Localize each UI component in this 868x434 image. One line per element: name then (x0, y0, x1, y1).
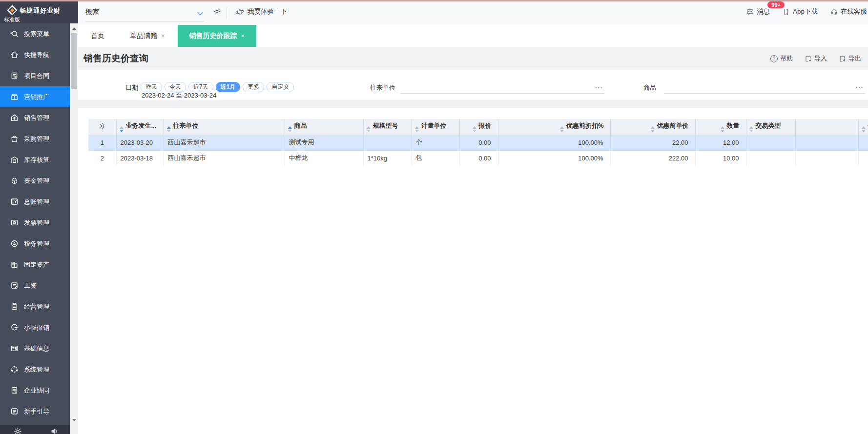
sidebar-item-search-menu[interactable]: 搜索菜单 (0, 23, 70, 44)
sidebar-item-tax[interactable]: 税务管理 (0, 233, 70, 254)
column-header-partner[interactable]: 往来单位 (164, 119, 285, 135)
column-settings-header[interactable] (88, 119, 116, 135)
cell-partner: 西山嘉禾超市 (164, 150, 285, 166)
sidebar-item-payroll[interactable]: 工资 (0, 275, 70, 296)
sidebar-item-marketing[interactable]: 营销推广 (0, 86, 70, 107)
import-icon (805, 55, 812, 62)
product-input[interactable]: ··· (664, 83, 865, 94)
sidebar-item-quick-nav[interactable]: 快捷导航 (0, 44, 70, 65)
sort-icon[interactable] (167, 126, 171, 132)
table-row[interactable]: 1 2023-03-20 西山嘉禾超市 测试专用 个 0.00 100.00% … (88, 135, 868, 150)
system-icon (10, 365, 19, 374)
sidebar-item-fixed-assets[interactable]: 固定资产 (0, 254, 70, 275)
table-gear-icon (99, 122, 106, 130)
tab-home[interactable]: 首页 (78, 25, 117, 47)
sort-icon[interactable] (651, 126, 655, 132)
help-button[interactable]: ? 帮助 (770, 54, 793, 63)
date-option-last7days[interactable]: 近7天 (188, 82, 213, 92)
scroll-up-button[interactable] (70, 24, 78, 33)
sidebar-item-label: 采购管理 (24, 135, 49, 143)
export-button[interactable]: 导出 (839, 54, 861, 63)
sort-icon[interactable] (749, 126, 753, 132)
workspace-select[interactable]: 搬家 (85, 8, 204, 21)
brand-icon (7, 5, 18, 16)
date-option-last1month[interactable]: 近1月 (216, 82, 241, 92)
tab-close-icon[interactable]: × (161, 32, 165, 39)
product-more-icon[interactable]: ··· (856, 84, 864, 91)
date-option-yesterday[interactable]: 昨天 (141, 82, 162, 92)
date-option-more[interactable]: 更多 (243, 82, 264, 92)
cell-quote: 0.00 (459, 135, 498, 150)
sort-icon[interactable] (473, 126, 476, 132)
column-header-pre-discount-price[interactable]: 优惠前单价 (610, 119, 695, 135)
headset-icon (830, 8, 838, 16)
table-header-row: 业务发生... 往来单位 商品 规格型号 计量单位 报价 优惠前折扣% 优惠前单… (88, 119, 868, 135)
partner-input[interactable]: ··· (400, 83, 604, 94)
messages-button[interactable]: 消息 99+ (746, 7, 770, 16)
sidebar-item-label: 新手引导 (24, 407, 49, 416)
scrollbar-thumb[interactable] (71, 33, 77, 89)
cell-product: 测试专用 (285, 135, 363, 150)
date-option-custom[interactable]: 自定义 (267, 82, 294, 92)
app-edition: 标准版 (4, 16, 20, 23)
sidebar-item-funds[interactable]: 资金管理 (0, 170, 70, 191)
sidebar-item-system[interactable]: 系统管理 (0, 359, 70, 380)
support-button[interactable]: 在线客服 (830, 7, 867, 16)
settings-gear-icon[interactable] (14, 427, 22, 434)
sidebar-item-label: 发票管理 (24, 218, 49, 227)
sort-icon[interactable] (288, 126, 292, 132)
sidebar-scrollbar[interactable] (70, 23, 78, 434)
date-quick-options: 昨天 今天 近7天 近1月 更多 自定义 (141, 82, 294, 92)
sort-icon[interactable] (862, 126, 866, 132)
column-header-discount[interactable]: 优惠前折扣% (498, 119, 610, 135)
sidebar-item-general-ledger[interactable]: 总账管理 (0, 191, 70, 212)
sidebar-item-label: 基础信息 (24, 344, 49, 353)
column-header-quote[interactable]: 报价 (459, 119, 498, 135)
sidebar-item-reimburse[interactable]: 小畅报销 (0, 317, 70, 338)
column-header-quantity[interactable]: 数量 (695, 119, 746, 135)
import-button[interactable]: 导入 (805, 54, 827, 63)
tab-close-icon[interactable]: × (241, 32, 245, 39)
column-header-transaction-type[interactable]: 交易类型 (746, 119, 795, 135)
arrow-down-icon (72, 419, 76, 421)
column-header-biz-date[interactable]: 业务发生... (116, 119, 164, 135)
sidebar-item-inventory[interactable]: 库存核算 (0, 149, 70, 170)
sidebar-item-purchase[interactable]: 采购管理 (0, 128, 70, 149)
sidebar-item-project-contract[interactable]: 项目合同 (0, 65, 70, 86)
topbar-actions: 消息 99+ App下载 在线客服 (746, 7, 867, 16)
scroll-down-button[interactable] (70, 416, 78, 424)
table-row[interactable]: 2 2023-03-18 西山嘉禾超市 中桦龙 1*10kg 包 0.00 10… (88, 150, 868, 166)
sidebar-item-newbie-guide[interactable]: 新手引导 (0, 401, 70, 422)
workspace-gear-icon[interactable] (213, 8, 221, 15)
sort-icon[interactable] (367, 126, 371, 132)
sidebar-footer-bar (0, 425, 70, 434)
cell-transaction-type (746, 135, 795, 150)
sidebar-item-basic-info[interactable]: 基础信息 (0, 338, 70, 359)
ledger-icon (10, 197, 19, 206)
date-option-today[interactable]: 今天 (165, 82, 186, 92)
clipboard-icon (10, 302, 19, 311)
experience-link[interactable]: 我要体验一下 (235, 7, 287, 16)
column-header-spec[interactable]: 规格型号 (363, 119, 412, 135)
column-header-clipped[interactable]: 优 (858, 119, 868, 135)
sidebar-item-collaboration[interactable]: 企业协同 (0, 380, 70, 401)
date-filter-label: 日期 (125, 83, 138, 92)
cell-transaction-type (746, 150, 795, 166)
sidebar-item-invoice[interactable]: 发票管理 (0, 212, 70, 233)
tab-sales-history-tracking[interactable]: 销售历史价跟踪 × (178, 25, 257, 47)
sort-icon[interactable] (560, 126, 564, 132)
tab-bar: 首页 单品满赠 × 销售历史价跟踪 × (78, 25, 868, 47)
sidebar-item-operations[interactable]: 经营管理 (0, 296, 70, 317)
sidebar-item-sales[interactable]: 销售管理 (0, 107, 70, 128)
app-download-button[interactable]: App下载 (783, 7, 818, 16)
message-icon (746, 8, 754, 16)
sort-icon[interactable] (721, 126, 724, 132)
partner-more-icon[interactable]: ··· (595, 84, 603, 91)
sort-icon[interactable] (120, 126, 124, 132)
collaboration-icon (10, 386, 19, 395)
column-header-product[interactable]: 商品 (285, 119, 363, 135)
sort-icon[interactable] (415, 126, 419, 132)
column-header-unit[interactable]: 计量单位 (412, 119, 459, 135)
sound-icon[interactable] (50, 427, 59, 434)
tab-single-item-promo[interactable]: 单品满赠 × (117, 25, 178, 47)
